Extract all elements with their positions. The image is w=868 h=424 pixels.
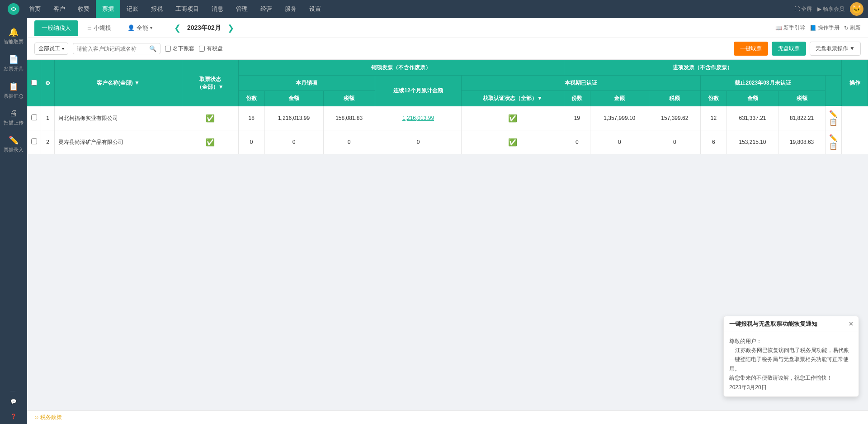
th-uncert-qty: 份数 — [701, 91, 727, 106]
tab-general-label: 一般纳税人 — [42, 24, 71, 32]
cumulative-link[interactable]: 1,216,013.99 — [402, 115, 434, 121]
tax-policy-link[interactable]: ⊙ 税务政策 — [34, 414, 62, 421]
checkbox-taxdisk-input[interactable] — [199, 46, 205, 52]
prev-month-btn[interactable]: ❮ — [170, 23, 184, 33]
refresh-btn[interactable]: ↻ 刷新 — [844, 24, 861, 32]
tab-all-icon: 👤 — [127, 24, 135, 31]
tab-general-taxpayer[interactable]: 一般纳税人 — [34, 20, 78, 36]
row-status: ✅ — [182, 130, 238, 154]
tab-small-scale[interactable]: ☰ 小规模 — [80, 20, 118, 36]
row-uncert-tax: 81,822.21 — [778, 106, 826, 130]
row-month-qty: 18 — [238, 106, 264, 130]
nav-settings[interactable]: 设置 — [303, 0, 327, 18]
notification-title: 一键报税与无盘取票功能恢复通知 — [729, 320, 817, 328]
status-check-icon: ✅ — [206, 138, 215, 146]
nodisk-ticket-btn[interactable]: 无盘取票 — [772, 42, 806, 56]
th-uncertified: 截止2023年03月未认证 — [701, 76, 826, 91]
row-uncert-amount: 153,215.10 — [726, 130, 778, 154]
filter-icon-name[interactable]: ▼ — [134, 80, 140, 86]
nav-business[interactable]: 工商项目 — [169, 0, 205, 18]
th-sales-group: 销项发票（不含作废票） — [238, 60, 564, 76]
avatar[interactable]: 🐱 — [850, 2, 863, 16]
row-actions: ✏️ 📋 — [826, 130, 842, 154]
manual-btn[interactable]: 📘 操作手册 — [810, 24, 840, 32]
th-12month-cumulative: 连续12个月累计金额 — [375, 76, 461, 106]
employee-dropdown-icon: ▾ — [62, 46, 64, 51]
select-all-checkbox[interactable] — [31, 80, 37, 86]
nav-right: ⛶ 全屏 ▶ 畅享会员 🐱 — [794, 2, 863, 16]
row-no: 1 — [41, 106, 55, 130]
onekey-ticket-btn[interactable]: 一键取票 — [734, 42, 768, 56]
th-settings: ⚙ — [41, 60, 55, 106]
member-btn[interactable]: ▶ 畅享会员 — [817, 5, 844, 13]
row-checkbox-1[interactable] — [31, 138, 37, 144]
sidebar-item-issue-invoice[interactable]: 📄 发票开具 — [0, 50, 27, 77]
edit-action-icon[interactable]: ✏️ — [828, 110, 839, 118]
edit-action-icon[interactable]: ✏️ — [828, 134, 839, 142]
nav-customer[interactable]: 客户 — [47, 0, 71, 18]
filter-icon-cert[interactable]: ▼ — [537, 95, 542, 101]
guide-btn[interactable]: 📖 新手引导 — [775, 24, 805, 32]
next-month-btn[interactable]: ❯ — [224, 23, 238, 33]
current-date: 2023年02月 — [187, 24, 221, 32]
filter-icon-status[interactable]: ▼ — [218, 84, 224, 90]
row-month-tax: 158,081.83 — [323, 106, 375, 130]
sidebar-item-scan[interactable]: 🖨 扫描上传 — [0, 104, 27, 131]
row-checkbox-0[interactable] — [31, 114, 37, 120]
th-customer-name: 客户名称(全部) ▼ — [55, 60, 182, 106]
row-checkbox-cell — [28, 106, 41, 130]
notification-close-btn[interactable]: × — [849, 320, 853, 328]
edit-icon: ✏️ — [9, 135, 19, 145]
sidebar-item-entry[interactable]: ✏️ 票据录入 — [0, 131, 27, 158]
main-table: ⚙ 客户名称(全部) ▼ 取票状态（全部）▼ 销项发票（不含作废票） 进项发票（… — [27, 60, 868, 154]
tab-all[interactable]: 👤 全能 ▾ — [120, 20, 160, 36]
nav-account[interactable]: 记账 — [120, 0, 145, 18]
detail-action-icon[interactable]: 📋 — [828, 142, 839, 150]
th-ticket-status: 取票状态（全部）▼ — [182, 60, 238, 106]
row-no: 2 — [41, 130, 55, 154]
nav-service[interactable]: 服务 — [278, 0, 303, 18]
th-placeholder — [826, 76, 842, 106]
sidebar-help[interactable]: ❓ — [10, 409, 17, 424]
checkbox-taxdisk[interactable]: 有税盘 — [199, 45, 223, 52]
search-icon[interactable]: 🔍 — [149, 45, 156, 52]
sidebar-item-summary[interactable]: 📋 票据汇总 — [0, 77, 27, 104]
sidebar-item-smart-ticket[interactable]: 🔔 智能取票 — [0, 23, 27, 50]
employee-select[interactable]: 全部员工 ▾ — [34, 43, 68, 55]
checkbox-accounts-input[interactable] — [165, 46, 171, 52]
settings-icon[interactable]: ⚙ — [45, 80, 50, 86]
invoice-icon: 📄 — [9, 54, 19, 64]
nav-message[interactable]: 消息 — [205, 0, 230, 18]
row-cumulative: 0 — [375, 130, 461, 154]
th-checkbox — [28, 60, 41, 106]
table-wrap: ⚙ 客户名称(全部) ▼ 取票状态（全部）▼ 销项发票（不含作废票） 进项发票（… — [27, 60, 868, 154]
row-month-qty: 0 — [238, 130, 264, 154]
th-uncert-amount: 金额 — [726, 91, 778, 106]
row-month-tax: 0 — [323, 130, 375, 154]
nav-admin[interactable]: 管理 — [230, 0, 254, 18]
row-cert-qty: 0 — [564, 130, 590, 154]
row-cert-status: ✅ — [462, 130, 564, 154]
nodisk-ops-btn[interactable]: 无盘取票操作 ▼ — [810, 42, 861, 56]
nav-fee[interactable]: 收费 — [71, 0, 96, 18]
row-name: 灵寿县尚泽矿产品有限公司 — [55, 130, 182, 154]
row-name: 河北柯搐橡实业有限公司 — [55, 106, 182, 130]
detail-action-icon[interactable]: 📋 — [828, 118, 839, 126]
cert-status-icon: ✅ — [508, 114, 517, 122]
th-period-certified: 本税期已认证 — [462, 76, 701, 91]
notification-header: 一键报税与无盘取票功能恢复通知 × — [724, 316, 859, 332]
nav-tax[interactable]: 报税 — [145, 0, 169, 18]
logo[interactable] — [5, 0, 23, 18]
sidebar-chat[interactable]: 💬 — [10, 394, 17, 409]
nav-operate[interactable]: 经营 — [254, 0, 278, 18]
th-action: 操作 — [842, 60, 868, 106]
th-month-sales: 本月销项 — [238, 76, 375, 91]
fullscreen-btn[interactable]: ⛶ 全屏 — [794, 5, 812, 13]
notification-popup: 一键报税与无盘取票功能恢复通知 × 尊敬的用户： 江苏政务网已恢复访问电子税务局… — [723, 316, 859, 397]
th-cert-amount: 金额 — [590, 91, 649, 106]
nav-invoice[interactable]: 票据 — [96, 0, 120, 18]
checkbox-accounts[interactable]: 名下账套 — [165, 45, 194, 52]
nav-home[interactable]: 首页 — [23, 0, 47, 18]
search-input[interactable] — [77, 46, 149, 52]
table-row: 2 灵寿县尚泽矿产品有限公司 ✅ 0 0 0 0 ✅ 0 0 0 6 153,2… — [28, 130, 868, 154]
